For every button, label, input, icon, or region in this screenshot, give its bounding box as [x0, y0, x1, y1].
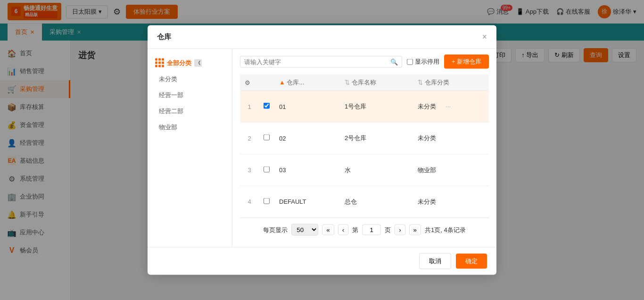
category-panel: 全部分类 《 未分类 经营一部 经营二部 物业部 — [148, 49, 232, 247]
show-disabled-label[interactable]: 显示停用 — [407, 58, 439, 66]
category-item-unclassified[interactable]: 未分类 — [148, 71, 232, 87]
table-panel: 🔍 显示停用 + 新增仓库 ⚙ ▲ 仓库... — [232, 49, 496, 247]
warehouse-category: 物业部 — [413, 154, 489, 186]
row-checkbox[interactable] — [264, 198, 270, 204]
page-suffix: 页 — [385, 225, 391, 234]
warehouse-category: 未分类 — [413, 186, 489, 217]
per-page-label: 每页显示 — [263, 225, 288, 234]
dialog-footer: 取消 确定 — [148, 247, 496, 275]
grid-icon — [155, 58, 164, 67]
col-checkbox — [259, 75, 274, 91]
warehouse-name: 2号仓库 — [340, 122, 413, 154]
table-row[interactable]: 1 01 1号仓库 未分类··· — [240, 91, 489, 122]
sort-icon3: ⇅ — [418, 79, 423, 86]
category-item-ops1[interactable]: 经营一部 — [148, 87, 232, 103]
warehouse-category: 未分类 — [413, 122, 489, 154]
row-num: 2 — [240, 122, 259, 154]
category-item-property[interactable]: 物业部 — [148, 119, 232, 135]
close-icon[interactable]: × — [482, 32, 487, 42]
dialog-body: 全部分类 《 未分类 经营一部 经营二部 物业部 🔍 显示停用 + 新增仓库 — [148, 49, 496, 247]
pagination: 每页显示 50 100 « ‹ 第 页 › » 共1页, 4条记录 — [240, 218, 489, 242]
page-input[interactable] — [362, 225, 381, 235]
last-page-button[interactable]: » — [409, 225, 421, 235]
row-checkbox[interactable] — [264, 103, 270, 109]
confirm-button[interactable]: 确定 — [456, 254, 487, 269]
category-all[interactable]: 全部分类 《 — [148, 55, 232, 71]
collapse-button[interactable]: 《 — [194, 59, 202, 67]
warehouse-name: 1号仓库 — [340, 91, 413, 122]
search-box: 🔍 — [240, 56, 402, 67]
category-item-ops2[interactable]: 经营二部 — [148, 103, 232, 119]
row-checkbox-cell[interactable] — [259, 122, 274, 154]
page-label: 第 — [352, 225, 358, 234]
warehouse-code: 03 — [274, 154, 340, 186]
col-gear: ⚙ — [240, 75, 259, 91]
warehouse-dialog: 仓库 × 全部分类 《 未分类 经营一部 经营二部 物业部 — [148, 25, 496, 275]
row-checkbox-cell[interactable] — [259, 186, 274, 217]
row-num: 4 — [240, 186, 259, 217]
show-disabled-text: 显示停用 — [415, 58, 439, 66]
warehouse-table: ⚙ ▲ 仓库... ⇅ 仓库名称 ⇅ 仓库分类 — [240, 75, 489, 218]
row-num: 1 — [240, 91, 259, 122]
row-checkbox[interactable] — [264, 134, 270, 141]
table-row[interactable]: 4 DEFAULT 总仓 未分类 — [240, 186, 489, 217]
sort-icon: ▲ — [279, 79, 285, 86]
table-row[interactable]: 2 02 2号仓库 未分类 — [240, 122, 489, 154]
cancel-button[interactable]: 取消 — [419, 253, 451, 269]
show-disabled-checkbox[interactable] — [407, 58, 413, 65]
dialog-header: 仓库 × — [148, 25, 496, 49]
prev-page-button[interactable]: ‹ — [338, 225, 348, 235]
toolbar: 🔍 显示停用 + 新增仓库 — [240, 55, 489, 69]
warehouse-name: 总仓 — [340, 186, 413, 217]
next-page-button[interactable]: › — [395, 225, 405, 235]
row-checkbox-cell[interactable] — [259, 91, 274, 122]
first-page-button[interactable]: « — [322, 225, 334, 235]
row-checkbox-cell[interactable] — [259, 154, 274, 186]
dialog-title: 仓库 — [157, 33, 171, 42]
warehouse-name: 水 — [340, 154, 413, 186]
row-action-icon[interactable]: ··· — [446, 103, 451, 110]
per-page-select[interactable]: 50 100 — [291, 224, 318, 236]
total-label: 共1页, 4条记录 — [425, 225, 466, 234]
col-category: ⇅ 仓库分类 — [413, 75, 489, 91]
add-warehouse-button[interactable]: + 新增仓库 — [444, 55, 489, 69]
table-row[interactable]: 3 03 水 物业部 — [240, 154, 489, 186]
search-icon[interactable]: 🔍 — [390, 58, 398, 65]
category-all-label: 全部分类 — [167, 58, 191, 67]
search-input[interactable] — [244, 58, 388, 65]
row-checkbox[interactable] — [264, 166, 270, 172]
sort-icon2: ⇅ — [345, 79, 350, 86]
warehouse-code: 02 — [274, 122, 340, 154]
col-name: ⇅ 仓库名称 — [340, 75, 413, 91]
col-code: ▲ 仓库... — [274, 75, 340, 91]
warehouse-code: 01 — [274, 91, 340, 122]
row-num: 3 — [240, 154, 259, 186]
warehouse-category: 未分类··· — [413, 91, 489, 122]
warehouse-code: DEFAULT — [274, 186, 340, 217]
